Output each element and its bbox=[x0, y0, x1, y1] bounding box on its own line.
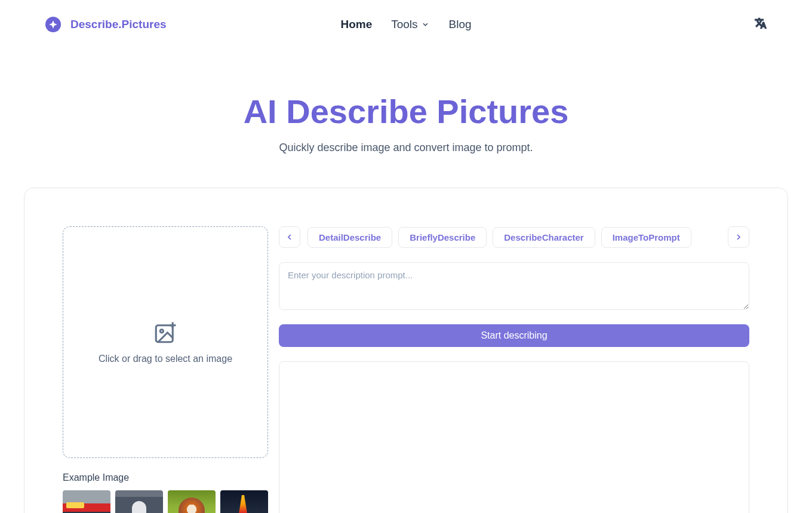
chip-detail-describe[interactable]: DetailDescribe bbox=[307, 227, 392, 248]
main-card: Click or drag to select an image Example… bbox=[24, 188, 788, 513]
mode-chip-row: DetailDescribe BrieflyDescribe DescribeC… bbox=[279, 226, 749, 248]
brand-name: Describe.Pictures bbox=[70, 18, 167, 31]
page-subtitle: Quickly describe image and convert image… bbox=[0, 142, 812, 154]
example-thumb-astronaut[interactable] bbox=[115, 490, 163, 513]
logo-icon bbox=[45, 17, 61, 32]
header: Describe.Pictures Home Tools Blog bbox=[0, 0, 812, 49]
example-thumb-racecar[interactable] bbox=[63, 490, 110, 513]
logo-section[interactable]: Describe.Pictures bbox=[45, 17, 167, 32]
nav-tools[interactable]: Tools bbox=[391, 18, 429, 31]
example-thumbnails bbox=[63, 490, 268, 513]
chip-scroll-right-button[interactable] bbox=[728, 226, 749, 248]
hero-section: AI Describe Pictures Quickly describe im… bbox=[0, 49, 812, 176]
nav-blog[interactable]: Blog bbox=[449, 18, 472, 31]
chip-describe-character[interactable]: DescribeCharacter bbox=[493, 227, 595, 248]
start-describing-button[interactable]: Start describing bbox=[279, 324, 749, 347]
chevron-left-icon bbox=[285, 232, 294, 242]
chevron-down-icon bbox=[422, 20, 430, 29]
dropzone-text: Click or drag to select an image bbox=[99, 354, 232, 364]
example-thumb-redpanda[interactable] bbox=[168, 490, 216, 513]
left-panel: Click or drag to select an image Example… bbox=[63, 226, 268, 513]
svg-rect-0 bbox=[156, 325, 173, 342]
add-image-icon bbox=[153, 320, 178, 345]
example-thumb-volcano[interactable] bbox=[220, 490, 268, 513]
example-image-label: Example Image bbox=[63, 472, 268, 483]
main-nav: Home Tools Blog bbox=[340, 18, 471, 31]
image-dropzone[interactable]: Click or drag to select an image bbox=[63, 226, 268, 458]
mode-chips: DetailDescribe BrieflyDescribe DescribeC… bbox=[307, 227, 721, 248]
right-panel: DetailDescribe BrieflyDescribe DescribeC… bbox=[279, 226, 749, 513]
chevron-right-icon bbox=[734, 232, 743, 242]
chip-briefly-describe[interactable]: BrieflyDescribe bbox=[398, 227, 487, 248]
prompt-input[interactable] bbox=[279, 262, 749, 310]
chip-image-to-prompt[interactable]: ImageToPrompt bbox=[601, 227, 691, 248]
svg-point-1 bbox=[160, 330, 163, 333]
nav-tools-label: Tools bbox=[391, 18, 417, 31]
language-icon[interactable] bbox=[755, 17, 767, 32]
chip-scroll-left-button[interactable] bbox=[279, 226, 300, 248]
output-box bbox=[279, 361, 749, 513]
page-title: AI Describe Pictures bbox=[0, 92, 812, 131]
nav-home[interactable]: Home bbox=[340, 18, 372, 31]
